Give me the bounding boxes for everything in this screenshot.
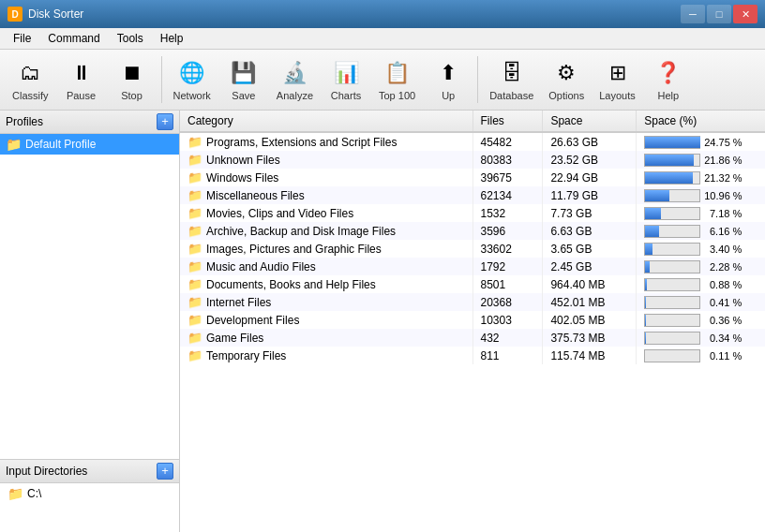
- folder-icon: 📁: [188, 135, 202, 149]
- stop-button[interactable]: ⏹ Stop: [108, 53, 157, 106]
- cell-pct: 0.34 %: [637, 329, 765, 347]
- cell-space: 3.65 GB: [543, 240, 637, 258]
- progress-bar: [644, 189, 700, 202]
- folder-icon: 📁: [188, 348, 202, 362]
- cell-files: 811: [472, 347, 543, 364]
- cell-files: 33602: [472, 240, 543, 258]
- title-bar: D Disk Sorter ─ □ ✕: [0, 0, 765, 28]
- cell-space: 115.74 MB: [543, 347, 637, 364]
- folder-icon: 📁: [188, 188, 202, 202]
- cell-category: 📁Music and Audio Files: [180, 258, 472, 275]
- analyze-button[interactable]: 🔬 Analyze: [270, 53, 320, 106]
- charts-button[interactable]: 📊 Charts: [322, 53, 370, 106]
- table-row[interactable]: 📁Temporary Files 811 115.74 MB 0.11 %: [180, 347, 765, 364]
- network-button[interactable]: 🌐 Network: [167, 53, 218, 106]
- folder-icon: 📁: [188, 224, 202, 238]
- col-space[interactable]: Space: [543, 111, 637, 132]
- cell-files: 3596: [472, 222, 543, 240]
- cell-files: 432: [472, 329, 543, 347]
- progress-bar: [644, 171, 700, 185]
- top100-button[interactable]: 📋 Top 100: [372, 53, 422, 106]
- cell-category: 📁Windows Files: [180, 169, 472, 186]
- table-row[interactable]: 📁Archive, Backup and Disk Image Files 35…: [180, 222, 765, 240]
- menu-tools[interactable]: Tools: [110, 30, 151, 47]
- database-button[interactable]: 🗄 Database: [483, 53, 540, 106]
- col-files[interactable]: Files: [472, 111, 543, 132]
- menu-file[interactable]: File: [6, 30, 38, 47]
- up-button[interactable]: ⬆ Up: [424, 53, 472, 106]
- cell-pct: 3.40 %: [637, 240, 765, 258]
- cell-category: 📁Movies, Clips and Video Files: [180, 204, 472, 222]
- cell-pct: 10.96 %: [637, 186, 765, 204]
- cell-space: 11.79 GB: [543, 186, 637, 204]
- table-row[interactable]: 📁Documents, Books and Help Files 8501 96…: [180, 275, 765, 293]
- help-button[interactable]: ❓ Help: [644, 53, 693, 106]
- progress-bar: [644, 225, 700, 238]
- cell-files: 1532: [472, 204, 543, 222]
- cell-space: 402.05 MB: [543, 311, 637, 329]
- help-icon: ❓: [653, 58, 683, 88]
- table-row[interactable]: 📁Images, Pictures and Graphic Files 3360…: [180, 240, 765, 258]
- cell-pct: 0.88 %: [637, 275, 765, 293]
- progress-bar: [644, 154, 700, 167]
- cell-files: 10303: [472, 311, 543, 329]
- input-dirs-label: Input Directories: [6, 465, 87, 478]
- input-dirs-add-button[interactable]: +: [157, 463, 173, 480]
- menu-command[interactable]: Command: [40, 30, 107, 47]
- toolbar-separator-2: [477, 56, 478, 103]
- table-row[interactable]: 📁Unknown Files 80383 23.52 GB 21.86 %: [180, 151, 765, 169]
- cell-space: 7.73 GB: [543, 204, 637, 222]
- options-icon: ⚙: [551, 58, 581, 88]
- menu-help[interactable]: Help: [153, 30, 191, 47]
- profiles-section: Profiles + 📁 Default Profile: [0, 111, 179, 460]
- profile-icon: 📁: [6, 137, 22, 152]
- dir-item-c[interactable]: 📁 C:\: [0, 483, 179, 504]
- table-row[interactable]: 📁Internet Files 20368 452.01 MB 0.41 %: [180, 293, 765, 311]
- table-row[interactable]: 📁Programs, Extensions and Script Files 4…: [180, 132, 765, 151]
- table-row[interactable]: 📁Development Files 10303 402.05 MB 0.36 …: [180, 311, 765, 329]
- main-table-header: Category Files Space Space (%): [180, 111, 765, 132]
- cell-pct: 7.18 %: [637, 204, 765, 222]
- cell-pct: 21.32 %: [637, 169, 765, 186]
- charts-icon: 📊: [331, 58, 361, 88]
- cell-files: 45482: [472, 132, 543, 151]
- layouts-icon: ⊞: [603, 58, 633, 88]
- cell-category: 📁Miscellaneous Files: [180, 186, 472, 204]
- progress-bar: [644, 136, 700, 149]
- table-row[interactable]: 📁Music and Audio Files 1792 2.45 GB 2.28…: [180, 258, 765, 275]
- cell-space: 375.73 MB: [543, 329, 637, 347]
- cell-pct: 0.36 %: [637, 311, 765, 329]
- menu-bar: File Command Tools Help: [0, 28, 765, 50]
- table-row[interactable]: 📁Game Files 432 375.73 MB 0.34 %: [180, 329, 765, 347]
- main-data-table[interactable]: Category Files Space Space (%) 📁Programs…: [180, 111, 765, 532]
- close-button[interactable]: ✕: [733, 5, 758, 23]
- table-row[interactable]: 📁Movies, Clips and Video Files 1532 7.73…: [180, 204, 765, 222]
- col-category[interactable]: Category: [180, 111, 472, 132]
- cell-category: 📁Images, Pictures and Graphic Files: [180, 240, 472, 258]
- content-panel: Category Files Space Space (%) 📁Programs…: [180, 111, 765, 532]
- cell-pct: 2.28 %: [637, 258, 765, 275]
- cell-category: 📁Archive, Backup and Disk Image Files: [180, 222, 472, 240]
- cell-files: 80383: [472, 151, 543, 169]
- minimize-button[interactable]: ─: [681, 5, 705, 23]
- maximize-button[interactable]: □: [707, 5, 731, 23]
- progress-bar: [644, 243, 700, 256]
- pause-button[interactable]: ⏸ Pause: [57, 53, 106, 106]
- table-row[interactable]: 📁Miscellaneous Files 62134 11.79 GB 10.9…: [180, 186, 765, 204]
- options-button[interactable]: ⚙ Options: [542, 53, 591, 106]
- layouts-button[interactable]: ⊞ Layouts: [592, 53, 642, 106]
- up-icon: ⬆: [433, 58, 463, 88]
- profile-default[interactable]: 📁 Default Profile: [0, 134, 179, 155]
- table-row[interactable]: 📁Windows Files 39675 22.94 GB 21.32 %: [180, 169, 765, 186]
- dir-name: C:\: [27, 487, 41, 500]
- cell-pct: 21.86 %: [637, 151, 765, 169]
- cell-files: 1792: [472, 258, 543, 275]
- cell-category: 📁Development Files: [180, 311, 472, 329]
- col-space-pct[interactable]: Space (%): [637, 111, 765, 132]
- profiles-add-button[interactable]: +: [157, 113, 173, 130]
- stop-icon: ⏹: [117, 58, 147, 88]
- save-button[interactable]: 💾 Save: [219, 53, 268, 106]
- classify-button[interactable]: 🗂 Classify: [6, 53, 55, 106]
- cell-category: 📁Documents, Books and Help Files: [180, 275, 472, 293]
- profiles-header: Profiles +: [0, 111, 179, 134]
